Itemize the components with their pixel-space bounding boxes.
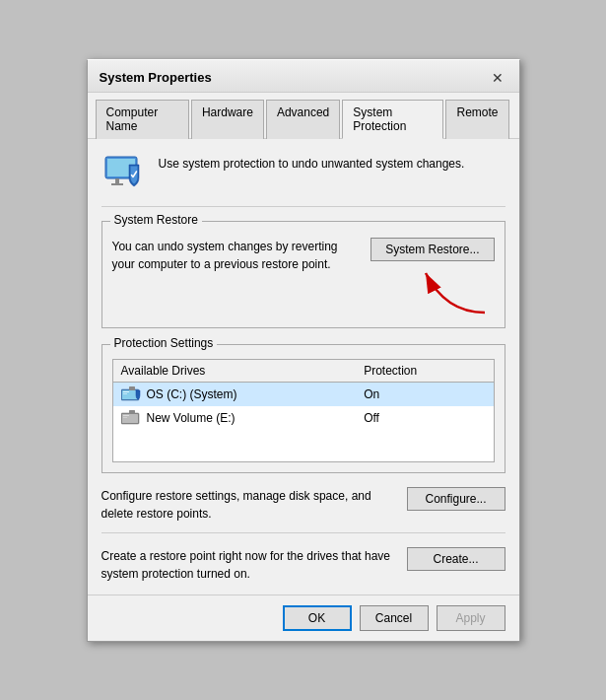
drive-e-protection: Off [364,411,485,425]
dialog-footer: OK Cancel Apply [88,595,519,641]
drive-c-protection: On [364,387,485,401]
info-section: Use system protection to undo unwanted s… [101,151,505,207]
drives-table: Available Drives Protection [112,359,495,462]
tab-hardware[interactable]: Hardware [191,100,264,139]
drives-column-header: Available Drives [121,364,365,378]
svg-rect-2 [115,178,119,183]
protection-settings-group: Protection Settings Available Drives Pro… [101,344,505,473]
restore-description: You can undo system changes by reverting… [112,238,362,273]
protection-settings-label: Protection Settings [110,336,218,350]
drive-e-icon [121,410,143,426]
svg-rect-7 [129,386,135,390]
system-restore-group: System Restore You can undo system chang… [101,221,505,328]
dialog-title: System Properties [100,70,212,85]
tab-advanced[interactable]: Advanced [266,100,340,139]
system-properties-dialog: System Properties ✕ Computer Name Hardwa… [87,59,520,642]
tab-bar: Computer Name Hardware Advanced System P… [88,93,519,139]
table-row[interactable]: OS (C:) (System) On [113,383,494,406]
svg-rect-9 [123,393,127,394]
apply-button[interactable]: Apply [437,605,505,631]
svg-rect-3 [111,183,123,185]
svg-rect-8 [123,391,129,392]
protection-column-header: Protection [364,364,485,378]
create-button[interactable]: Create... [407,547,505,571]
configure-row: Configure restore settings, manage disk … [101,483,505,523]
table-body: OS (C:) (System) On [113,383,494,461]
restore-row: You can undo system changes by reverting… [112,238,495,317]
svg-rect-12 [129,410,135,414]
drive-name-cell: New Volume (E:) [121,410,365,426]
tab-computer-name[interactable]: Computer Name [96,100,189,139]
drive-c-icon [121,386,143,402]
separator [101,532,505,533]
close-button[interactable]: ✕ [488,68,507,88]
tab-system-protection[interactable]: System Protection [342,100,443,139]
system-restore-button[interactable]: System Restore... [370,238,494,261]
configure-description: Configure restore settings, manage disk … [101,487,397,523]
system-protection-icon [101,151,149,198]
tab-remote[interactable]: Remote [445,100,508,139]
svg-rect-14 [123,417,127,418]
drive-name-cell: OS (C:) (System) [121,386,365,402]
red-arrow [406,263,495,317]
info-description: Use system protection to undo unwanted s… [159,151,465,173]
configure-button[interactable]: Configure... [407,487,505,511]
table-header: Available Drives Protection [113,360,494,383]
cancel-button[interactable]: Cancel [360,605,429,631]
svg-rect-13 [123,415,129,416]
tab-content: Use system protection to undo unwanted s… [88,139,519,595]
table-row[interactable]: New Volume (E:) Off [113,406,494,430]
ok-button[interactable]: OK [283,605,352,631]
create-row: Create a restore point right now for the… [101,543,505,583]
title-bar: System Properties ✕ [88,60,519,93]
create-description: Create a restore point right now for the… [101,547,397,583]
system-restore-label: System Restore [110,213,202,227]
